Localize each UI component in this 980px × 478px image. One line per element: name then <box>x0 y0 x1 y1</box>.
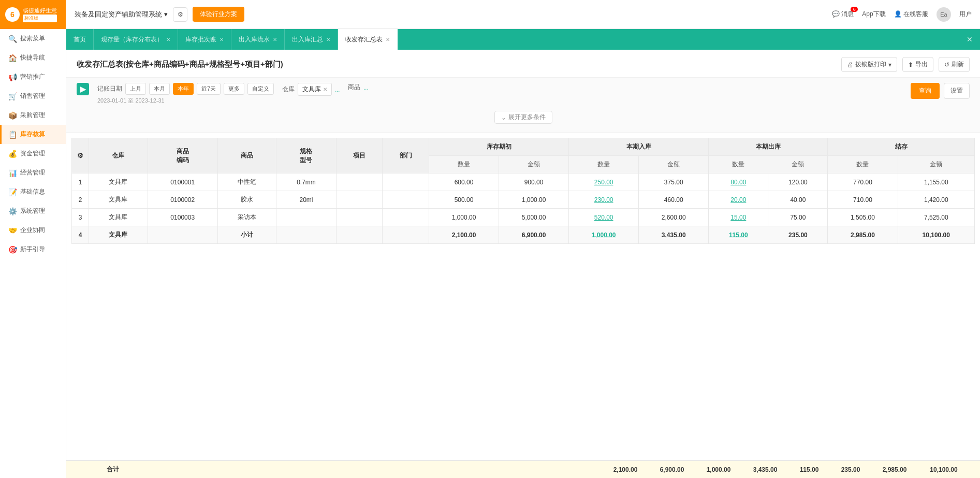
sidebar-item-cooperation[interactable]: 🤝企业协同 <box>0 221 66 240</box>
row-out-qty[interactable]: 20.00 <box>709 191 768 209</box>
settings-button[interactable]: 设置 <box>944 83 970 99</box>
sidebar: 6 畅捷通好生意 标准版 🔍搜索菜单🏠快捷导航📢营销推广🛒销售管理📦采购管理📋库… <box>0 0 66 478</box>
tab-close-icon[interactable]: ✕ <box>220 37 224 42</box>
col-code-header: 商品编码 <box>148 138 217 173</box>
export-button[interactable]: ⬆ 导出 <box>902 57 933 72</box>
row-out-amt: 235.00 <box>768 226 828 244</box>
row-close-qty: 770.00 <box>828 173 898 191</box>
row-in-qty[interactable]: 520.00 <box>569 209 639 226</box>
row-code: 0100002 <box>148 191 217 209</box>
footer-out-amt: 235.00 <box>830 466 871 473</box>
inventory-icon: 📋 <box>8 131 17 139</box>
date-7days[interactable]: 近7天 <box>197 83 221 95</box>
username-label[interactable]: 用户 <box>959 10 972 19</box>
sidebar-item-sales[interactable]: 🛒销售管理 <box>0 86 66 106</box>
refresh-button[interactable]: ↺ 刷新 <box>939 57 970 72</box>
sidebar-item-inventory[interactable]: 📋库存核算 <box>0 125 66 144</box>
tab-label: 库存批次账 <box>185 35 216 44</box>
date-label: 记账日期 <box>97 84 122 93</box>
search-icon: 🔍 <box>8 35 17 43</box>
sidebar-item-system[interactable]: ⚙️系统管理 <box>0 201 66 221</box>
tab-inout-flow[interactable]: 出入库流水 ✕ <box>231 29 285 50</box>
close-window-icon[interactable]: ✕ <box>959 35 980 44</box>
out-qty-link[interactable]: 80.00 <box>730 179 746 186</box>
operations-icon: 📊 <box>8 169 17 177</box>
warehouse-more-button[interactable]: ... <box>335 86 340 93</box>
print-dropdown-icon: ▾ <box>888 61 891 68</box>
tab-inventory-dist[interactable]: 现存量（库存分布表） ✕ <box>94 29 178 50</box>
date-more[interactable]: 更多 <box>224 83 244 95</box>
tab-batch[interactable]: 库存批次账 ✕ <box>178 29 231 50</box>
date-this-month[interactable]: 本月 <box>149 83 170 95</box>
sidebar-item-marketing[interactable]: 📢营销推广 <box>0 67 66 86</box>
out-qty-link[interactable]: 115.00 <box>729 231 748 239</box>
row-close-amt: 1,420.00 <box>898 191 975 209</box>
app-logo: 6 畅捷通好生意 标准版 <box>0 0 66 29</box>
system-title-dropdown[interactable]: 装备及固定资产辅助管理系统 ▾ <box>75 10 168 19</box>
app-download-link[interactable]: App下载 <box>862 10 885 19</box>
trial-button[interactable]: 体验行业方案 <box>193 7 244 22</box>
tab-label: 出入库汇总 <box>292 35 323 44</box>
tab-home[interactable]: 首页 <box>66 29 94 50</box>
tab-close-icon[interactable]: ✕ <box>273 37 277 42</box>
in-qty-link[interactable]: 250.00 <box>594 179 613 186</box>
row-out-qty[interactable]: 15.00 <box>709 209 768 226</box>
table-row: 1 文具库 0100001 中性笔 0.7mm 600.00 900.00 25… <box>72 173 975 191</box>
user-avatar[interactable]: Ea <box>937 7 951 22</box>
in-qty-link[interactable]: 520.00 <box>594 214 613 221</box>
tab-close-icon[interactable]: ✕ <box>386 37 390 42</box>
row-out-qty[interactable]: 80.00 <box>709 173 768 191</box>
tab-close-icon[interactable]: ✕ <box>326 37 330 42</box>
row-in-amt: 375.00 <box>639 173 709 191</box>
notification-button[interactable]: 💬 消息 6 <box>832 10 854 19</box>
tab-label: 首页 <box>74 35 86 44</box>
row-in-amt: 3,435.00 <box>639 226 709 244</box>
row-in-qty[interactable]: 230.00 <box>569 191 639 209</box>
row-out-qty[interactable]: 115.00 <box>709 226 768 244</box>
sidebar-item-finance[interactable]: 💰资金管理 <box>0 144 66 163</box>
sidebar-item-purchase[interactable]: 📦采购管理 <box>0 106 66 125</box>
gear-button[interactable]: ⚙ <box>173 7 187 22</box>
row-open-qty: 600.00 <box>429 173 499 191</box>
row-in-qty[interactable]: 250.00 <box>569 173 639 191</box>
row-close-amt: 10,100.00 <box>898 226 975 244</box>
expand-conditions-button[interactable]: ⌄ 展开更多条件 <box>494 111 552 124</box>
col-settings[interactable]: ⚙ <box>72 138 89 173</box>
sidebar-item-basic[interactable]: 📝基础信息 <box>0 182 66 201</box>
row-warehouse: 文具库 <box>89 209 148 226</box>
query-button[interactable]: 查询 <box>911 83 940 99</box>
sidebar-label: 营销推广 <box>20 73 45 81</box>
online-service-link[interactable]: 👤 在线客服 <box>894 10 928 19</box>
goods-more-button[interactable]: ... <box>363 84 368 91</box>
out-qty-link[interactable]: 20.00 <box>730 196 746 204</box>
sidebar-item-search[interactable]: 🔍搜索菜单 <box>0 29 66 48</box>
col-closing-header: 结存 <box>828 138 975 156</box>
warehouse-remove-icon[interactable]: ✕ <box>323 86 327 92</box>
system-title-text: 装备及固定资产辅助管理系统 <box>75 10 162 19</box>
system-icon: ⚙️ <box>8 207 17 215</box>
sidebar-item-guide[interactable]: 🎯新手引导 <box>0 240 66 259</box>
row-project <box>336 209 383 226</box>
marketing-icon: 📢 <box>8 73 17 81</box>
row-open-amt: 1,000.00 <box>499 191 569 209</box>
date-this-year[interactable]: 本年 <box>173 83 194 95</box>
row-in-qty[interactable]: 1,000.00 <box>569 226 639 244</box>
filter-toggle-button[interactable]: ▶ <box>77 83 89 95</box>
sidebar-item-operations[interactable]: 📊经营管理 <box>0 163 66 182</box>
date-prev-month[interactable]: 上月 <box>125 83 146 95</box>
in-qty-link[interactable]: 230.00 <box>594 196 613 204</box>
tab-inout-summary[interactable]: 出入库汇总 ✕ <box>285 29 338 50</box>
print-button[interactable]: 🖨 拨锁版打印 ▾ <box>841 57 897 72</box>
tab-receive-summary[interactable]: 收发存汇总表 ✕ <box>338 29 398 50</box>
in-qty-link[interactable]: 1,000.00 <box>592 231 616 239</box>
tab-close-icon[interactable]: ✕ <box>166 37 170 42</box>
out-qty-link[interactable]: 15.00 <box>730 214 746 221</box>
footer-out-qty: 115.00 <box>788 466 830 473</box>
sidebar-item-quick[interactable]: 🏠快捷导航 <box>0 48 66 67</box>
date-range-display: 2023-01-01 至 2023-12-31 <box>97 97 274 105</box>
footer-open-qty: 2,100.00 <box>602 466 649 473</box>
date-custom[interactable]: 自定义 <box>247 83 274 95</box>
row-project <box>336 173 383 191</box>
export-icon: ⬆ <box>908 61 913 68</box>
tab-label: 出入库流水 <box>239 35 270 44</box>
